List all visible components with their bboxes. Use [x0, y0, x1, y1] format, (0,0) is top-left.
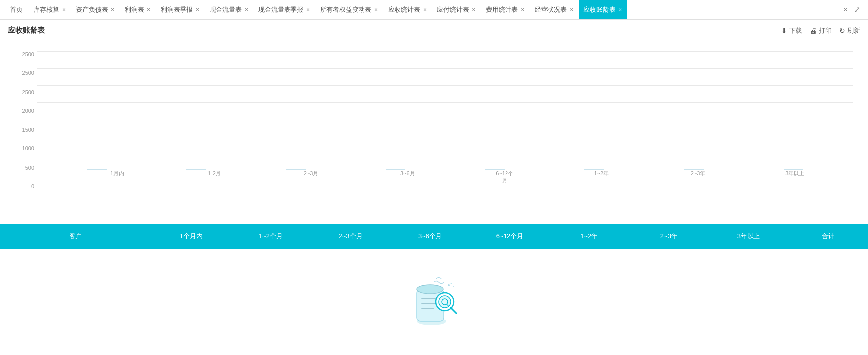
tab-ap-stats[interactable]: 应付统计表 ×	[432, 0, 481, 20]
download-button[interactable]: ⬇ 下载	[781, 26, 802, 35]
tab-profit-quarterly[interactable]: 利润表季报 ×	[156, 0, 205, 20]
th-total: 合计	[789, 232, 868, 241]
page-title: 应收账龄表	[8, 26, 45, 35]
tab-inventory[interactable]: 库存核算 ×	[29, 0, 71, 20]
window-controls: × ⤢	[843, 5, 864, 14]
svg-point-2	[417, 285, 443, 294]
chart-area: 2500 2500 2500 2000 1500 1000 500 0	[0, 41, 868, 194]
th-3year-plus: 3年以上	[709, 232, 788, 241]
th-1-2month: 1~2个月	[231, 232, 310, 241]
table-body	[0, 248, 868, 355]
close-button[interactable]: ×	[843, 5, 848, 14]
svg-point-12	[451, 283, 452, 284]
tab-equity[interactable]: 所有者权益变动表 ×	[315, 0, 383, 20]
tab-close-ar-aging[interactable]: ×	[618, 6, 622, 13]
chart-container: 2500 2500 2500 2000 1500 1000 500 0	[15, 51, 853, 189]
th-1-2year: 1~2年	[549, 232, 629, 241]
header-actions: ⬇ 下载 🖨 打印 ↻ 刷新	[781, 26, 860, 35]
tab-cashflow[interactable]: 现金流量表 ×	[205, 0, 253, 20]
print-icon: 🖨	[810, 27, 817, 35]
bars-container	[37, 51, 853, 170]
maximize-button[interactable]: ⤢	[854, 5, 860, 14]
th-6-12month: 6~12个月	[470, 232, 549, 241]
th-customer: 客户	[0, 232, 151, 241]
th-2-3year: 2~3年	[629, 232, 709, 241]
th-3-6month: 3~6个月	[390, 232, 470, 241]
chart-plot: 1月内 1-2月 2~3月 3~6月 6~12个月 1~2年 2~3年 3年以上	[37, 51, 853, 170]
svg-point-11	[448, 284, 450, 286]
tab-cashflow-quarterly[interactable]: 现金流量表季报 ×	[253, 0, 315, 20]
tab-close-cashflow[interactable]: ×	[245, 6, 248, 13]
tab-close-profit-quarterly[interactable]: ×	[196, 6, 199, 13]
tab-expense-stats[interactable]: 费用统计表 ×	[481, 0, 530, 20]
tab-close-ar-stats[interactable]: ×	[423, 6, 427, 13]
tab-operations[interactable]: 经营状况表 ×	[530, 0, 579, 20]
tab-ar-stats[interactable]: 应收统计表 ×	[383, 0, 432, 20]
svg-line-8	[451, 308, 456, 313]
tab-profit[interactable]: 利润表 ×	[120, 0, 156, 20]
download-icon: ⬇	[781, 27, 787, 35]
tab-close-balance-sheet[interactable]: ×	[111, 6, 114, 13]
tab-close-equity[interactable]: ×	[374, 6, 378, 13]
print-button[interactable]: 🖨 打印	[810, 26, 832, 35]
main-content: 2500 2500 2500 2000 1500 1000 500 0	[0, 41, 868, 355]
page-header: 应收账龄表 ⬇ 下载 🖨 打印 ↻ 刷新	[0, 20, 868, 41]
tab-bar: 首页 库存核算 × 资产负债表 × 利润表 × 利润表季报 × 现金流量表 × …	[0, 0, 868, 20]
refresh-button[interactable]: ↻ 刷新	[839, 26, 860, 35]
refresh-icon: ↻	[839, 27, 845, 35]
tab-close-ap-stats[interactable]: ×	[472, 6, 475, 13]
tab-balance-sheet[interactable]: 资产负债表 ×	[71, 0, 120, 20]
th-1month: 1个月内	[151, 232, 231, 241]
svg-point-7	[439, 296, 451, 308]
tab-close-inventory[interactable]: ×	[62, 6, 66, 13]
th-2-3month: 2~3个月	[311, 232, 390, 241]
x-axis: 1月内 1-2月 2~3月 3~6月 6~12个月 1~2年 2~3年 3年以上	[59, 170, 853, 184]
svg-point-13	[453, 286, 454, 287]
tab-close-operations[interactable]: ×	[570, 6, 573, 13]
tab-close-expense-stats[interactable]: ×	[521, 6, 524, 13]
empty-illustration	[404, 275, 464, 329]
y-axis: 2500 2500 2500 2000 1500 1000 500 0	[15, 51, 37, 189]
table-header: 客户 1个月内 1~2个月 2~3个月 3~6个月 6~12个月 1~2年 2~…	[0, 224, 868, 248]
tab-ar-aging[interactable]: 应收账龄表 ×	[579, 0, 627, 20]
tab-home[interactable]: 首页	[4, 5, 29, 14]
tab-close-cashflow-quarterly[interactable]: ×	[306, 6, 310, 13]
tab-close-profit[interactable]: ×	[147, 6, 150, 13]
